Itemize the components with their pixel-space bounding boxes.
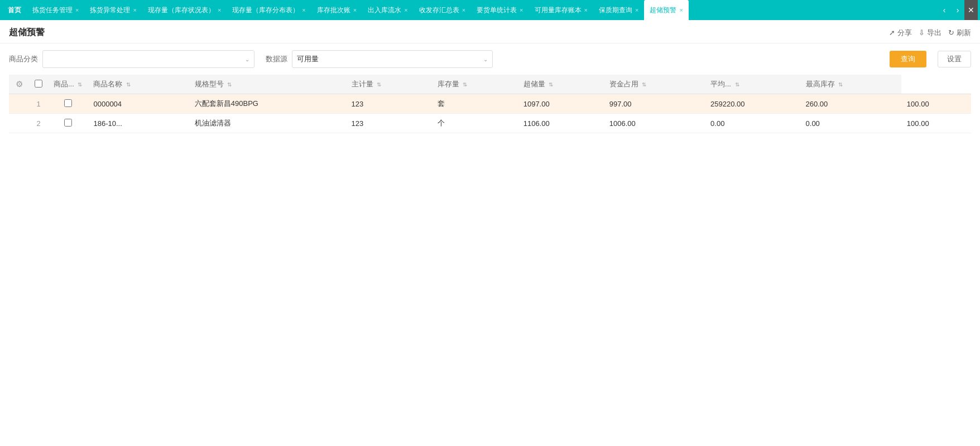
page-title: 超储预警 bbox=[9, 27, 45, 38]
row-checkbox-cell bbox=[48, 94, 88, 114]
nav-item[interactable]: 超储预警× bbox=[644, 0, 688, 20]
nav-item[interactable]: 现存量（库存分布表）× bbox=[227, 0, 311, 20]
close-tab-icon[interactable]: × bbox=[353, 7, 357, 13]
close-tab-icon[interactable]: × bbox=[462, 7, 465, 13]
nav-item[interactable]: 收发存汇总表× bbox=[414, 0, 471, 20]
data-source-arrow-icon: ⌄ bbox=[483, 56, 488, 62]
data-source-select[interactable]: 可用量 ⌄ bbox=[292, 50, 493, 68]
sort-capital-icon: ⇅ bbox=[642, 81, 646, 88]
nav-next-btn[interactable]: › bbox=[951, 0, 964, 20]
th-product-code[interactable]: 商品... ⇅ bbox=[48, 75, 88, 94]
data-source-filter: 数据源 可用量 ⌄ bbox=[266, 50, 493, 68]
top-nav: 首页 拣货任务管理×拣货异常处理×现存量（库存状况表）×现存量（库存分布表）×库… bbox=[0, 0, 980, 20]
sort-stock-icon: ⇅ bbox=[463, 81, 467, 88]
row-checkbox[interactable] bbox=[64, 99, 72, 107]
nav-item[interactable]: 可用量库存账本× bbox=[529, 0, 593, 20]
data-table: ⚙ 商品... ⇅ 商品名称 ⇅ 规格型号 ⇅ 主计量 bbox=[9, 75, 971, 133]
nav-item[interactable]: 出入库流水× bbox=[362, 0, 413, 20]
sort-avg-icon: ⇅ bbox=[735, 81, 739, 88]
spec: 123 bbox=[346, 114, 432, 133]
row-gear-cell bbox=[9, 114, 29, 133]
nav-item[interactable]: 要货单统计表× bbox=[471, 0, 529, 20]
nav-home[interactable]: 首页 bbox=[2, 0, 27, 20]
sort-overstock-icon: ⇅ bbox=[549, 81, 553, 88]
close-tab-icon[interactable]: × bbox=[404, 7, 407, 13]
table-header-row: ⚙ 商品... ⇅ 商品名称 ⇅ 规格型号 ⇅ 主计量 bbox=[9, 75, 971, 94]
nav-item[interactable]: 现存量（库存状况表）× bbox=[142, 0, 227, 20]
th-overstock[interactable]: 超储量 ⇅ bbox=[518, 75, 604, 94]
th-gear: ⚙ bbox=[9, 75, 29, 94]
product-category-filter: 商品分类 ⌄ bbox=[9, 50, 254, 68]
product-category-arrow-icon: ⌄ bbox=[245, 56, 249, 62]
close-tab-icon[interactable]: × bbox=[133, 7, 136, 13]
close-tab-icon[interactable]: × bbox=[75, 7, 79, 13]
capital: 259220.00 bbox=[705, 94, 800, 114]
overstock: 1006.00 bbox=[604, 114, 705, 133]
sort-product-name-icon: ⇅ bbox=[126, 81, 131, 88]
export-button[interactable]: ⇩ 导出 bbox=[919, 28, 941, 38]
stock: 1097.00 bbox=[518, 94, 604, 114]
nav-item[interactable]: 拣货任务管理× bbox=[27, 0, 84, 20]
nav-close-btn[interactable]: ✕ bbox=[964, 0, 978, 20]
close-tab-icon[interactable]: × bbox=[302, 7, 305, 13]
th-max-stock[interactable]: 最高库存 ⇅ bbox=[800, 75, 901, 94]
row-number: 2 bbox=[29, 114, 48, 133]
table-row: 1 0000004 六配套新昌490BPG 123 套 1097.00 997.… bbox=[9, 94, 971, 114]
close-tab-icon[interactable]: × bbox=[218, 7, 221, 13]
product-category-label: 商品分类 bbox=[9, 54, 38, 64]
th-stock[interactable]: 库存量 ⇅ bbox=[432, 75, 518, 94]
sort-unit-icon: ⇅ bbox=[377, 81, 381, 88]
page-header: 超储预警 ➚ 分享 ⇩ 导出 ↻ 刷新 bbox=[0, 20, 980, 43]
export-icon: ⇩ bbox=[919, 28, 925, 37]
close-tab-icon[interactable]: × bbox=[520, 7, 523, 13]
th-checkbox bbox=[29, 75, 48, 94]
data-source-label: 数据源 bbox=[266, 54, 287, 64]
close-tab-icon[interactable]: × bbox=[584, 7, 588, 13]
nav-arrows: ‹ › ✕ bbox=[938, 0, 978, 20]
product-name: 六配套新昌490BPG bbox=[189, 94, 346, 114]
close-tab-icon[interactable]: × bbox=[679, 7, 683, 13]
spec: 123 bbox=[346, 94, 432, 114]
max-stock: 100.00 bbox=[901, 94, 971, 114]
row-gear-cell bbox=[9, 94, 29, 114]
select-all-checkbox[interactable] bbox=[35, 80, 42, 88]
row-checkbox[interactable] bbox=[64, 119, 72, 127]
product-code: 0000004 bbox=[88, 94, 189, 114]
refresh-button[interactable]: ↻ 刷新 bbox=[948, 28, 971, 38]
query-button[interactable]: 查询 bbox=[890, 51, 926, 67]
share-icon: ➚ bbox=[889, 28, 895, 37]
sort-max-stock-icon: ⇅ bbox=[838, 81, 843, 88]
th-spec[interactable]: 规格型号 ⇅ bbox=[189, 75, 346, 94]
th-unit[interactable]: 主计量 ⇅ bbox=[346, 75, 432, 94]
row-checkbox-cell bbox=[48, 114, 88, 133]
stock: 1106.00 bbox=[518, 114, 604, 133]
nav-prev-btn[interactable]: ‹ bbox=[938, 0, 951, 20]
header-actions: ➚ 分享 ⇩ 导出 ↻ 刷新 bbox=[889, 28, 971, 38]
overstock: 997.00 bbox=[604, 94, 705, 114]
refresh-icon: ↻ bbox=[948, 28, 954, 37]
table-container: ⚙ 商品... ⇅ 商品名称 ⇅ 规格型号 ⇅ 主计量 bbox=[0, 75, 980, 133]
settings-button[interactable]: 设置 bbox=[938, 51, 971, 67]
close-tab-icon[interactable]: × bbox=[635, 7, 638, 13]
th-avg[interactable]: 平均... ⇅ bbox=[705, 75, 800, 94]
nav-item[interactable]: 库存批次账× bbox=[311, 0, 362, 20]
sort-product-code-icon: ⇅ bbox=[78, 81, 82, 88]
unit: 个 bbox=[432, 114, 518, 133]
gear-icon[interactable]: ⚙ bbox=[16, 79, 23, 89]
product-name: 机油滤清器 bbox=[189, 114, 346, 133]
capital: 0.00 bbox=[705, 114, 800, 133]
filter-bar: 商品分类 ⌄ 数据源 可用量 ⌄ 查询 设置 bbox=[0, 43, 980, 75]
product-code: 186-10... bbox=[88, 114, 189, 133]
unit: 套 bbox=[432, 94, 518, 114]
th-product-name[interactable]: 商品名称 ⇅ bbox=[88, 75, 189, 94]
row-number: 1 bbox=[29, 94, 48, 114]
th-capital[interactable]: 资金占用 ⇅ bbox=[604, 75, 705, 94]
avg: 260.00 bbox=[800, 94, 901, 114]
nav-item[interactable]: 保质期查询× bbox=[593, 0, 644, 20]
sort-spec-icon: ⇅ bbox=[227, 81, 232, 88]
max-stock: 100.00 bbox=[901, 114, 971, 133]
share-button[interactable]: ➚ 分享 bbox=[889, 28, 912, 38]
data-source-value: 可用量 bbox=[297, 54, 319, 64]
nav-item[interactable]: 拣货异常处理× bbox=[84, 0, 142, 20]
product-category-select[interactable]: ⌄ bbox=[42, 50, 254, 68]
